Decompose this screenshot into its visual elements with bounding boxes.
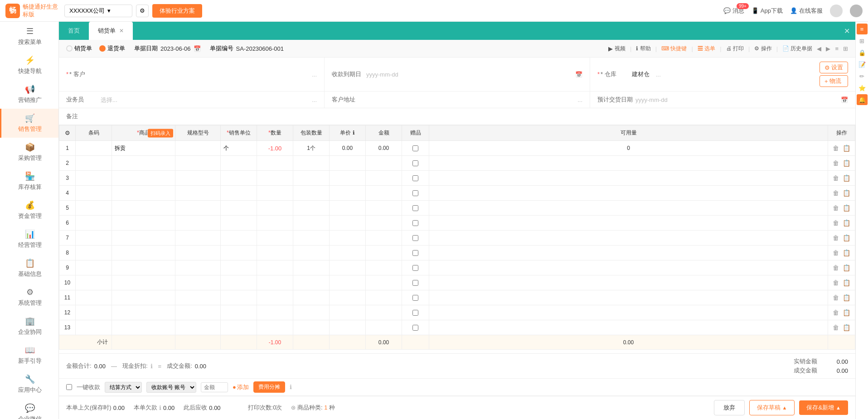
- cell-gift[interactable]: [402, 290, 429, 305]
- cell-unit[interactable]: [221, 171, 257, 186]
- delete-btn[interactable]: 🗑: [832, 263, 840, 272]
- cell-pack[interactable]: [293, 186, 330, 201]
- cell-unit[interactable]: [221, 186, 257, 201]
- action-shortcut[interactable]: ⌨ 快捷键: [661, 45, 687, 53]
- cell-qty[interactable]: [257, 320, 293, 335]
- cell-amount[interactable]: [366, 260, 402, 275]
- view-grid[interactable]: ⊞: [843, 45, 848, 52]
- tab-close-icon[interactable]: ✕: [119, 28, 124, 34]
- delete-btn[interactable]: 🗑: [832, 159, 840, 168]
- cell-pack[interactable]: [293, 171, 330, 186]
- sidebar-item-inventory[interactable]: 🏪 库存核算: [0, 167, 58, 196]
- sidebar-item-purchase[interactable]: 📦 采购管理: [0, 138, 58, 167]
- cell-price[interactable]: [330, 171, 366, 186]
- cell-amount[interactable]: [366, 231, 402, 246]
- delete-btn[interactable]: 🗑: [832, 144, 840, 153]
- delete-btn[interactable]: 🗑: [832, 323, 840, 332]
- expense-split-button[interactable]: 费用分摊: [253, 381, 285, 393]
- save-draft-button[interactable]: 保存草稿 ▲: [749, 400, 795, 415]
- cell-price[interactable]: [330, 216, 366, 231]
- cell-pack[interactable]: 1个: [293, 141, 330, 156]
- cell-barcode[interactable]: [76, 156, 112, 171]
- rp-btn-5[interactable]: ✏: [857, 71, 868, 82]
- cell-unit[interactable]: [221, 201, 257, 216]
- sidebar-item-nav[interactable]: ⚡ 快捷导航: [0, 51, 58, 80]
- rp-btn-3[interactable]: 🔒: [857, 47, 868, 58]
- delete-btn[interactable]: 🗑: [832, 188, 840, 197]
- amount-input[interactable]: [201, 382, 228, 392]
- rp-btn-6[interactable]: ⭐: [857, 82, 868, 93]
- cell-gift[interactable]: [402, 246, 429, 260]
- cell-qty[interactable]: [257, 186, 293, 201]
- cell-spec[interactable]: [175, 186, 221, 201]
- cell-amount[interactable]: [366, 275, 402, 290]
- sidebar-item-wechat[interactable]: 💬 企业微信: [0, 399, 58, 419]
- cell-product[interactable]: [112, 275, 175, 290]
- cell-spec[interactable]: [175, 231, 221, 246]
- sidebar-item-management[interactable]: 📊 经营管理: [0, 225, 58, 254]
- total-owe-info[interactable]: ℹ: [159, 405, 161, 411]
- cell-gift[interactable]: [402, 231, 429, 246]
- action-select[interactable]: ☰ 选单: [698, 45, 715, 53]
- cell-unit[interactable]: [221, 320, 257, 335]
- sidebar-item-guide[interactable]: 📖 新手引导: [0, 341, 58, 370]
- cell-qty[interactable]: [257, 171, 293, 186]
- cell-amount[interactable]: [366, 171, 402, 186]
- radio-return[interactable]: 退货单: [99, 44, 125, 53]
- cell-qty[interactable]: [257, 290, 293, 305]
- add-payment-button[interactable]: ● 添加: [233, 383, 249, 391]
- tab-sale-order[interactable]: 销货单 ✕: [89, 22, 133, 40]
- sidebar-item-apps[interactable]: 🔧 应用中心: [0, 370, 58, 399]
- cell-price[interactable]: [330, 275, 366, 290]
- action-print[interactable]: 🖨 打印: [726, 45, 744, 53]
- cell-barcode[interactable]: [76, 260, 112, 275]
- cell-amount[interactable]: [366, 290, 402, 305]
- cell-pack[interactable]: [293, 246, 330, 260]
- cell-barcode[interactable]: [76, 141, 112, 156]
- cell-qty[interactable]: [257, 305, 293, 320]
- cell-product[interactable]: [112, 290, 175, 305]
- cell-product[interactable]: [112, 201, 175, 216]
- cell-barcode[interactable]: [76, 320, 112, 335]
- cell-price[interactable]: [330, 186, 366, 201]
- action-video[interactable]: ▶视频: [608, 45, 626, 53]
- cell-product[interactable]: [112, 216, 175, 231]
- cell-gift[interactable]: [402, 275, 429, 290]
- copy-btn[interactable]: 📋: [842, 278, 851, 287]
- copy-btn[interactable]: 📋: [842, 159, 851, 168]
- sidebar-item-finance[interactable]: 💰 资金管理: [0, 196, 58, 225]
- action-ops[interactable]: ⚙ 操作: [754, 45, 771, 53]
- nav-next[interactable]: ▶: [826, 45, 830, 52]
- copy-btn[interactable]: 📋: [842, 173, 851, 183]
- cell-qty[interactable]: -1.00: [257, 141, 293, 156]
- cell-barcode[interactable]: [76, 290, 112, 305]
- cell-gift[interactable]: [402, 171, 429, 186]
- cell-amount[interactable]: 0.00: [366, 141, 402, 156]
- addr-dots[interactable]: ...: [577, 96, 582, 103]
- cell-price[interactable]: [330, 246, 366, 260]
- cell-price[interactable]: [330, 320, 366, 335]
- expected-date-input[interactable]: [635, 96, 836, 103]
- logistics-button[interactable]: + 物流: [820, 75, 848, 87]
- sidebar-item-system[interactable]: ⚙ 系统管理: [0, 283, 58, 312]
- message-button[interactable]: 💬 消息 99+: [723, 7, 744, 15]
- calendar-icon[interactable]: 📅: [194, 45, 201, 52]
- cell-spec[interactable]: [175, 275, 221, 290]
- cell-product[interactable]: [112, 320, 175, 335]
- due-date-input[interactable]: [366, 71, 571, 78]
- app-download-button[interactable]: 📱 App下载: [752, 7, 783, 15]
- copy-btn[interactable]: 📋: [842, 218, 851, 227]
- avatar[interactable]: [830, 5, 843, 17]
- copy-btn[interactable]: 📋: [842, 308, 851, 317]
- cell-unit[interactable]: [221, 231, 257, 246]
- cell-amount[interactable]: [366, 156, 402, 171]
- calc-method-select[interactable]: 结算方式: [105, 382, 142, 393]
- cell-gift[interactable]: [402, 201, 429, 216]
- cell-price[interactable]: [330, 201, 366, 216]
- cell-amount[interactable]: [366, 320, 402, 335]
- one-click-pay-checkbox[interactable]: [66, 384, 72, 390]
- sidebar-item-collab[interactable]: 🏢 企业协同: [0, 312, 58, 341]
- cell-unit[interactable]: [221, 216, 257, 231]
- cell-amount[interactable]: [366, 216, 402, 231]
- cell-pack[interactable]: [293, 201, 330, 216]
